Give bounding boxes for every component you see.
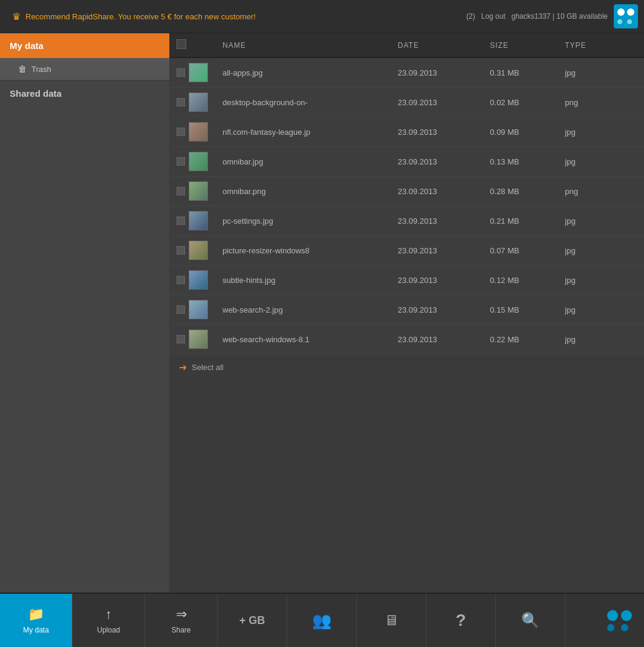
file-checkbox-cell — [169, 325, 215, 354]
file-checkbox-1[interactable] — [177, 98, 185, 106]
file-checkbox-cell — [169, 265, 215, 295]
file-checkbox-cell — [169, 147, 215, 177]
folder-icon: 📁 — [28, 606, 44, 622]
file-actions-cell — [619, 265, 644, 295]
file-name-cell[interactable]: all-apps.jpg — [215, 57, 391, 88]
file-thumbnail-7 — [189, 270, 208, 290]
toolbar-logo — [595, 594, 644, 647]
file-type-cell: jpg — [558, 295, 619, 325]
file-actions-cell — [619, 236, 644, 265]
top-bar-right: (2) Log out ghacks1337 | 10 GB available — [466, 4, 638, 28]
file-checkbox-cell — [169, 236, 215, 265]
thumb-image-1 — [189, 93, 207, 111]
file-list: all-apps.jpg23.09.20130.31 MBjpg desktop… — [169, 57, 644, 354]
file-checkbox-cell — [169, 295, 215, 325]
file-name-cell[interactable]: omnibar.jpg — [215, 147, 391, 177]
file-checkbox-5[interactable] — [177, 216, 185, 225]
file-checkbox-9[interactable] — [177, 335, 185, 343]
thumb-image-4 — [189, 182, 207, 200]
file-size-cell: 0.07 MB — [483, 236, 558, 265]
select-all-arrow-icon: ➜ — [179, 362, 187, 373]
file-name-cell[interactable]: web-search-2.jpg — [215, 295, 391, 325]
file-size-cell: 0.13 MB — [483, 147, 558, 177]
file-size-cell: 0.12 MB — [483, 265, 558, 295]
promo-text: Recommend RapidShare. You receive 5 € fo… — [25, 12, 256, 21]
col-type-header: TYPE — [558, 33, 619, 57]
toolbar-users-button[interactable]: 👥 — [287, 594, 357, 647]
file-name-cell[interactable]: subtle-hints.jpg — [215, 265, 391, 295]
logo-dot-1 — [617, 8, 625, 16]
col-actions-header — [619, 33, 644, 57]
sidebar-item-my-data[interactable]: My data — [0, 33, 169, 58]
file-checkbox-6[interactable] — [177, 246, 185, 255]
thumb-image-5 — [189, 212, 207, 230]
file-checkbox-2[interactable] — [177, 128, 185, 136]
toolbar-gb-button[interactable]: + GB — [218, 594, 287, 647]
toolbar-share-button[interactable]: ⇒ Share — [145, 594, 218, 647]
file-table: NAME DATE SIZE TYPE all-apps.jpg23.09.20… — [169, 33, 644, 354]
logo-dots — [615, 6, 637, 27]
file-name-cell[interactable]: nfl.com-fantasy-league.jp — [215, 117, 391, 147]
table-header-row: NAME DATE SIZE TYPE — [169, 33, 644, 57]
file-thumbnail-0 — [189, 63, 208, 82]
file-size-cell: 0.09 MB — [483, 117, 558, 147]
toolbar-logo-dot-3 — [607, 624, 614, 631]
toolbar-my-data-button[interactable]: 📁 My data — [0, 594, 73, 647]
file-checkbox-3[interactable] — [177, 157, 185, 166]
toolbar-upload-button[interactable]: ↑ Upload — [73, 594, 145, 647]
file-type-cell: jpg — [558, 236, 619, 265]
file-name-cell[interactable]: web-search-windows-8.1 — [215, 325, 391, 354]
toolbar-help-button[interactable]: ? — [426, 594, 496, 647]
select-all-row[interactable]: ➜ Select all — [169, 354, 644, 380]
file-name-cell[interactable]: picture-resizer-windows8 — [215, 236, 391, 265]
sidebar-trash-label: Trash — [31, 65, 51, 74]
file-name-cell[interactable]: desktop-background-on- — [215, 88, 391, 117]
file-date-cell: 23.09.2013 — [391, 265, 483, 295]
header-checkbox[interactable] — [177, 39, 186, 49]
file-type-cell: jpg — [558, 265, 619, 295]
file-checkbox-0[interactable] — [177, 68, 185, 77]
file-type-cell: png — [558, 88, 619, 117]
thumb-image-9 — [189, 330, 207, 348]
file-size-cell: 0.15 MB — [483, 295, 558, 325]
toolbar-logo-dots — [607, 610, 632, 631]
table-row: picture-resizer-windows823.09.20130.07 M… — [169, 236, 644, 265]
users-icon: 👥 — [312, 611, 331, 630]
file-thumbnail-5 — [189, 211, 208, 230]
file-size-cell: 0.21 MB — [483, 206, 558, 236]
file-type-cell: jpg — [558, 325, 619, 354]
file-actions-cell — [619, 206, 644, 236]
promo-banner: ♛ Recommend RapidShare. You receive 5 € … — [12, 11, 256, 22]
file-type-cell: jpg — [558, 117, 619, 147]
search-icon: 🔍 — [521, 612, 539, 629]
file-checkbox-4[interactable] — [177, 187, 185, 195]
file-type-cell: jpg — [558, 57, 619, 88]
toolbar-search-button[interactable]: 🔍 — [496, 594, 565, 647]
toolbar-desktop-button[interactable]: 🖥 — [357, 594, 426, 647]
sidebar-item-shared-data[interactable]: Shared data — [0, 80, 169, 106]
toolbar-logo-dot-2 — [621, 610, 632, 621]
file-checkbox-cell — [169, 206, 215, 236]
toolbar-upload-label: Upload — [97, 626, 120, 634]
file-name-cell[interactable]: omnibar.png — [215, 177, 391, 206]
notification-count: (2) — [466, 12, 475, 21]
table-row: desktop-background-on-23.09.20130.02 MBp… — [169, 88, 644, 117]
file-actions-cell — [619, 88, 644, 117]
sidebar-item-trash[interactable]: 🗑 Trash — [0, 58, 169, 80]
file-name-cell[interactable]: pc-settings.jpg — [215, 206, 391, 236]
logout-link[interactable]: Log out — [481, 12, 506, 21]
trash-icon: 🗑 — [18, 64, 27, 74]
file-actions-cell — [619, 117, 644, 147]
file-checkbox-7[interactable] — [177, 276, 185, 284]
thumb-image-3 — [189, 152, 207, 171]
logo — [614, 4, 638, 28]
file-thumbnail-9 — [189, 330, 208, 349]
table-row: nfl.com-fantasy-league.jp23.09.20130.09 … — [169, 117, 644, 147]
toolbar-my-data-label: My data — [23, 626, 49, 634]
file-checkbox-8[interactable] — [177, 305, 185, 314]
table-row: subtle-hints.jpg23.09.20130.12 MBjpg — [169, 265, 644, 295]
thumb-image-6 — [189, 241, 207, 259]
toolbar-share-label: Share — [171, 626, 190, 634]
sidebar-my-data-label: My data — [10, 41, 44, 51]
col-date-header: DATE — [391, 33, 483, 57]
